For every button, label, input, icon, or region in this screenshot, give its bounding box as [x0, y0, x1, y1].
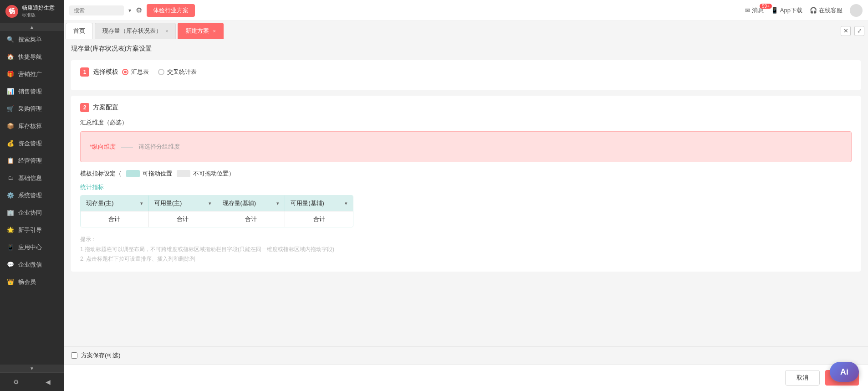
- sidebar-item-business[interactable]: 📋 经营管理: [0, 152, 64, 170]
- phone-icon: 📱: [6, 243, 15, 252]
- money-icon: 💰: [6, 139, 15, 148]
- topbar-gear-icon[interactable]: ⚙: [136, 6, 142, 15]
- box-icon: 📦: [6, 122, 15, 130]
- topbar-dropdown-button[interactable]: ▾: [128, 7, 131, 14]
- ai-bubble[interactable]: Ai: [830, 362, 859, 382]
- chevron-down-icon-4: ▾: [345, 201, 347, 206]
- expand-tab-button[interactable]: ⤢: [854, 26, 864, 36]
- service-icon: 🎧: [810, 7, 817, 14]
- tab-new-plan-label: 新建方案: [185, 27, 209, 35]
- app-download-label: App下载: [780, 6, 802, 15]
- sidebar-item-corp[interactable]: 🏢 企业协同: [0, 204, 64, 221]
- tab-home[interactable]: 首页: [66, 23, 93, 39]
- app-edition: 标准版: [22, 12, 55, 18]
- stats-col-2[interactable]: 可用量(主) ▾: [149, 196, 217, 211]
- topbar: ▾ ⚙ 体验行业方案 ✉ 消息 99+ 📱 App下载 🎧 在线客服: [64, 0, 868, 21]
- sidebar-item-basic[interactable]: 🗂 基础信息: [0, 170, 64, 187]
- trial-button[interactable]: 体验行业方案: [147, 4, 195, 17]
- stats-data-4: 合计: [285, 211, 353, 227]
- sidebar-item-system[interactable]: ⚙️ 系统管理: [0, 187, 64, 204]
- indicator-settings-label: 模板指标设定（: [80, 170, 122, 178]
- user-avatar[interactable]: [850, 4, 863, 17]
- stats-table: 现存量(主) ▾ 可用量(主) ▾ 现存量(基辅) ▾ 可用量(基辅): [80, 195, 353, 227]
- bottom-bar: 方案保存(可选): [64, 346, 868, 364]
- radio-summary[interactable]: 汇总表: [122, 68, 149, 76]
- dimension-box[interactable]: *纵向维度 —— 请选择分组维度: [80, 131, 852, 162]
- tab-home-label: 首页: [73, 27, 85, 35]
- sidebar-item-marketing[interactable]: 🎁 营销推广: [0, 66, 64, 83]
- sidebar-item-wechat[interactable]: 💬 企业微信: [0, 256, 64, 273]
- save-checkbox[interactable]: [71, 352, 77, 359]
- tab-new-plan-close-icon[interactable]: ×: [213, 28, 215, 34]
- tab-new-plan[interactable]: 新建方案 ×: [178, 23, 223, 39]
- folder-icon: 🗂: [6, 174, 15, 182]
- gift-icon: 🎁: [6, 70, 15, 78]
- radio-summary-label: 汇总表: [131, 68, 149, 76]
- step2-badge: 2: [80, 103, 89, 112]
- topbar-right: ✉ 消息 99+ 📱 App下载 🎧 在线客服: [745, 4, 863, 17]
- sidebar-collapse-button[interactable]: ◀: [42, 376, 54, 387]
- app-download-button[interactable]: 📱 App下载: [771, 6, 802, 15]
- sidebar-scroll-down[interactable]: ▼: [0, 365, 64, 372]
- online-service-button[interactable]: 🎧 在线客服: [810, 6, 842, 15]
- dimension-label: 汇总维度（必选）: [80, 118, 852, 127]
- sidebar-item-quick-nav-label: 快捷导航: [18, 53, 42, 61]
- sidebar-item-search[interactable]: 🔍 搜索菜单: [0, 31, 64, 48]
- stats-col-4[interactable]: 可用量(基辅) ▾: [285, 196, 353, 211]
- sidebar-item-finance[interactable]: 💰 资金管理: [0, 135, 64, 152]
- chart-icon: 📊: [6, 87, 15, 96]
- tab-inventory[interactable]: 现存量（库存状况表） ×: [95, 23, 176, 39]
- sidebar-item-system-label: 系统管理: [18, 191, 42, 200]
- sidebar-item-inventory[interactable]: 📦 库存核算: [0, 118, 64, 135]
- sidebar-scroll-up[interactable]: ▲: [0, 23, 64, 31]
- save-label: 方案保存(可选): [81, 351, 121, 360]
- stats-data-2: 合计: [149, 211, 217, 227]
- cancel-button[interactable]: 取消: [785, 370, 820, 386]
- sidebar-item-purchase-label: 采购管理: [18, 105, 42, 113]
- step1-badge: 1: [80, 67, 89, 77]
- tab-inventory-close-icon[interactable]: ×: [165, 28, 168, 34]
- sidebar-item-basic-label: 基础信息: [18, 174, 42, 182]
- cart-icon: 🛒: [6, 105, 15, 113]
- dimension-field: *纵向维度 —— 请选择分组维度: [90, 143, 180, 151]
- radio-cross-label: 交叉统计表: [167, 68, 197, 76]
- gear-icon: ⚙️: [6, 191, 15, 200]
- chevron-down-icon-3: ▾: [276, 201, 279, 206]
- section2-title: 方案配置: [93, 103, 118, 112]
- sidebar-item-business-label: 经营管理: [18, 157, 42, 165]
- section-plan-config: 2 方案配置 汇总维度（必选） *纵向维度 —— 请选择分组维度 模板指标设定（…: [71, 96, 861, 272]
- page-content: 现存量(库存状况表)方案设置 1 选择模板 汇总表 交叉统计表: [64, 39, 868, 346]
- non-draggable-legend-label: 不可拖动位置）: [193, 170, 235, 178]
- topbar-left: ▾ ⚙ 体验行业方案: [69, 4, 195, 17]
- stats-col-1-label: 现存量(主): [86, 199, 114, 207]
- main-area: ▾ ⚙ 体验行业方案 ✉ 消息 99+ 📱 App下载 🎧 在线客服: [64, 0, 868, 391]
- stats-col-1[interactable]: 现存量(主) ▾: [81, 196, 149, 211]
- close-tab-button[interactable]: ✕: [841, 26, 851, 36]
- draggable-legend-box: [126, 170, 140, 177]
- section2-header: 2 方案配置: [80, 103, 852, 112]
- stats-data-row: 合计 合计 合计 合计: [81, 211, 353, 227]
- sidebar-item-inventory-label: 库存核算: [18, 122, 42, 130]
- sidebar-item-purchase[interactable]: 🛒 采购管理: [0, 100, 64, 118]
- tip-1: 1.拖动标题栏可以调整布局，不可跨维度或指标区域拖动栏目字段(只能在同一维度或指…: [80, 245, 852, 255]
- sidebar-item-newbie-label: 新手引导: [18, 226, 42, 234]
- sidebar-item-quick-nav[interactable]: 🏠 快捷导航: [0, 48, 64, 66]
- sidebar-item-member[interactable]: 👑 畅会员: [0, 273, 64, 291]
- radio-cross[interactable]: 交叉统计表: [158, 68, 197, 76]
- sidebar-item-sales[interactable]: 📊 销售管理: [0, 83, 64, 100]
- tips-section: 提示： 1.拖动标题栏可以调整布局，不可跨维度或指标区域拖动栏目字段(只能在同一…: [80, 235, 852, 264]
- tip-2: 2. 点击标题栏下拉可设置排序、插入列和删除列: [80, 254, 852, 264]
- section-select-template: 1 选择模板 汇总表 交叉统计表: [71, 60, 861, 90]
- sidebar-item-finance-label: 资金管理: [18, 139, 42, 148]
- sidebar-item-newbie[interactable]: 🌟 新手引导: [0, 221, 64, 239]
- topbar-search-input[interactable]: [69, 5, 124, 15]
- stats-col-3[interactable]: 现存量(基辅) ▾: [217, 196, 286, 211]
- sidebar-item-wechat-label: 企业微信: [18, 261, 42, 269]
- sidebar-item-apps[interactable]: 📱 应用中心: [0, 239, 64, 256]
- messages-button[interactable]: ✉ 消息 99+: [745, 6, 764, 15]
- sidebar-settings-button[interactable]: ⚙: [10, 376, 23, 387]
- stats-col-2-label: 可用量(主): [154, 199, 182, 207]
- tip-label: 提示：: [80, 235, 852, 245]
- download-icon: 📱: [771, 7, 778, 14]
- page-title: 现存量(库存状况表)方案设置: [71, 45, 861, 53]
